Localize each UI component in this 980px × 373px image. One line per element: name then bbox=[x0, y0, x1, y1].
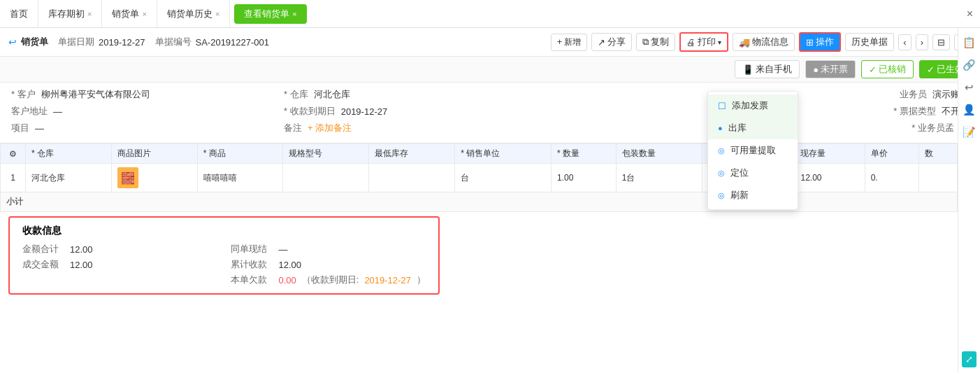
dropdown-item-add-invoice[interactable]: ☐ 添加发票 bbox=[708, 94, 798, 117]
cumulative-label: 累计收款 bbox=[231, 258, 273, 271]
operations-dropdown: ☐ 添加发票 ● 出库 ◎ 可用量提取 ◎ 定位 ◎ 刷新 bbox=[707, 91, 798, 210]
form-row-3: 项目 — 备注 + 添加备注 * 业务员孟 — bbox=[11, 122, 969, 134]
customer-label: * 客户 bbox=[11, 88, 36, 101]
col-settings[interactable]: ⚙ bbox=[1, 144, 26, 164]
tab-view-sales[interactable]: 查看销货单 × bbox=[234, 4, 306, 24]
amount-total-row: 金额合计 12.00 bbox=[22, 243, 217, 255]
next-button[interactable]: › bbox=[916, 34, 928, 50]
window-close-button[interactable]: × bbox=[967, 8, 973, 20]
summary-title: 收款信息 bbox=[22, 225, 426, 237]
tab-close-inventory[interactable]: × bbox=[87, 10, 92, 18]
tab-close-history[interactable]: × bbox=[215, 10, 219, 18]
tab-home[interactable]: 首页 bbox=[0, 0, 38, 28]
number-label: 单据编号 bbox=[155, 36, 192, 48]
row-quantity: 1.00 bbox=[552, 164, 617, 192]
tab-inventory-init[interactable]: 库存期初 × bbox=[38, 0, 102, 28]
project-label: 项目 bbox=[11, 122, 29, 134]
col-quantity: * 数量 bbox=[552, 144, 617, 164]
row-pack-qty: 1台 bbox=[616, 164, 702, 192]
new-button[interactable]: + 新增 bbox=[551, 34, 587, 51]
tab-sales-order[interactable]: 销货单 × bbox=[102, 0, 157, 28]
available-icon: ◎ bbox=[718, 146, 725, 155]
sidebar-icon-expand[interactable]: ⤢ bbox=[962, 351, 977, 367]
sidebar-icon-doc[interactable]: 📋 bbox=[960, 34, 979, 52]
col-price: 单价 bbox=[865, 144, 918, 164]
toolbar: ↩ 销货单 单据日期 2019-12-27 单据编号 SA-20191227-0… bbox=[0, 28, 980, 57]
mobile-button[interactable]: 📱 来自手机 bbox=[735, 60, 800, 78]
history-button[interactable]: 历史单据 bbox=[845, 33, 894, 51]
check-button[interactable]: ✓ 已核销 bbox=[861, 60, 914, 78]
number-value: SA-20191227-001 bbox=[196, 37, 270, 48]
transaction-label: 成交金额 bbox=[22, 258, 64, 271]
share-icon: ↗ bbox=[598, 37, 605, 48]
same-order-value: — bbox=[278, 244, 287, 255]
locate-icon: ◎ bbox=[718, 169, 725, 178]
address-value: — bbox=[53, 106, 62, 117]
add-note-button[interactable]: + 添加备注 bbox=[308, 122, 352, 134]
same-order-row: 同单现结 — bbox=[231, 243, 425, 255]
arrears-value: 0.00 bbox=[278, 275, 296, 286]
col-warehouse: * 仓库 bbox=[26, 144, 112, 164]
print-icon: 🖨 bbox=[686, 37, 696, 48]
not-open-button[interactable]: ● 未开票 bbox=[805, 60, 856, 78]
payment-due-value: 2019-12-27 bbox=[341, 106, 388, 117]
row-warehouse: 河北仓库 bbox=[26, 164, 112, 192]
due-date-text: （收款到期日: bbox=[302, 274, 359, 286]
warehouse-value: 河北仓库 bbox=[314, 88, 350, 101]
cumulative-value: 12.00 bbox=[278, 260, 301, 270]
mobile-icon: 📱 bbox=[742, 64, 754, 75]
warehouse-field: * 仓库 河北仓库 bbox=[284, 88, 424, 101]
dropdown-item-available[interactable]: ◎ 可用量提取 bbox=[708, 139, 798, 162]
effective-icon: ✓ bbox=[927, 64, 935, 75]
payment-due-field: * 收款到期日 2019-12-27 bbox=[284, 105, 424, 118]
address-field: 客户地址 — bbox=[11, 105, 256, 118]
prev-button[interactable]: ‹ bbox=[898, 34, 911, 50]
share-button[interactable]: ↗ 分享 bbox=[591, 33, 632, 51]
dropdown-item-locate[interactable]: ◎ 定位 bbox=[708, 162, 798, 184]
summary-section: 收款信息 金额合计 12.00 同单现结 — 成交金额 12.00 累计收款 1… bbox=[0, 212, 980, 299]
note-field: 备注 + 添加备注 bbox=[284, 122, 424, 134]
tab-sales-history[interactable]: 销货单历史 × bbox=[157, 0, 230, 28]
sidebar-icon-link[interactable]: 🔗 bbox=[960, 56, 979, 74]
date-label: 单据日期 bbox=[58, 36, 94, 48]
project-value: — bbox=[35, 123, 44, 134]
add-invoice-icon: ☐ bbox=[718, 101, 726, 111]
dropdown-item-refresh[interactable]: ◎ 刷新 bbox=[708, 184, 798, 206]
warehouse-label: * 仓库 bbox=[284, 88, 308, 101]
col-product-img: 商品图片 bbox=[111, 144, 197, 164]
doc-icon: ↩ bbox=[8, 36, 17, 48]
arrears-row: 本单欠款 0.00 （收款到期日: 2019-12-27 ） bbox=[231, 274, 425, 286]
row-min-stock bbox=[369, 164, 455, 192]
tab-close-view-sales[interactable]: × bbox=[292, 10, 296, 18]
row-spec bbox=[283, 164, 369, 192]
sidebar-icon-user[interactable]: 👤 bbox=[960, 101, 979, 119]
dropdown-item-out-warehouse[interactable]: ● 出库 bbox=[708, 117, 798, 139]
logistics-button[interactable]: 🚚 物流信息 bbox=[733, 33, 795, 51]
sidebar-icon-reply[interactable]: ↩ bbox=[962, 78, 977, 97]
same-order-label: 同单现结 bbox=[231, 243, 273, 255]
transaction-value: 12.00 bbox=[70, 260, 93, 270]
ticket-type-label: * 票据类型 bbox=[893, 105, 936, 118]
check-icon: ✓ bbox=[869, 64, 877, 75]
row-product: 嘻嘻嘻嘻 bbox=[197, 164, 283, 192]
operations-button[interactable]: ⊞ 操作 bbox=[799, 32, 841, 52]
print-button[interactable]: 🖨 打印 ▾ bbox=[679, 32, 728, 52]
row-price: 0. bbox=[865, 164, 918, 192]
row-product-img: 🧱 bbox=[111, 164, 197, 192]
refresh-icon: ◎ bbox=[718, 191, 725, 200]
col-stock: 现存量 bbox=[795, 144, 865, 164]
address-label: 客户地址 bbox=[11, 105, 48, 118]
project-field: 项目 — bbox=[11, 122, 256, 134]
col-unit: * 销售单位 bbox=[455, 144, 552, 164]
grid-view-button[interactable]: ⊟ bbox=[932, 34, 950, 50]
col-amount: 数 bbox=[919, 144, 958, 164]
employee-label: 业务员 bbox=[900, 88, 927, 101]
col-product: * 商品 bbox=[197, 144, 283, 164]
arrears-label: 本单欠款 bbox=[231, 274, 273, 286]
sidebar-icon-note[interactable]: 📝 bbox=[960, 123, 979, 141]
operations-icon: ⊞ bbox=[806, 37, 814, 48]
form-section: * 客户 柳州粤港平安气体有限公司 * 仓库 河北仓库 业务员 演示账号 客户地… bbox=[0, 83, 980, 143]
ticket-icon: ● bbox=[813, 64, 819, 75]
tab-close-sales[interactable]: × bbox=[142, 10, 146, 18]
copy-button[interactable]: ⧉ 复制 bbox=[636, 33, 675, 51]
